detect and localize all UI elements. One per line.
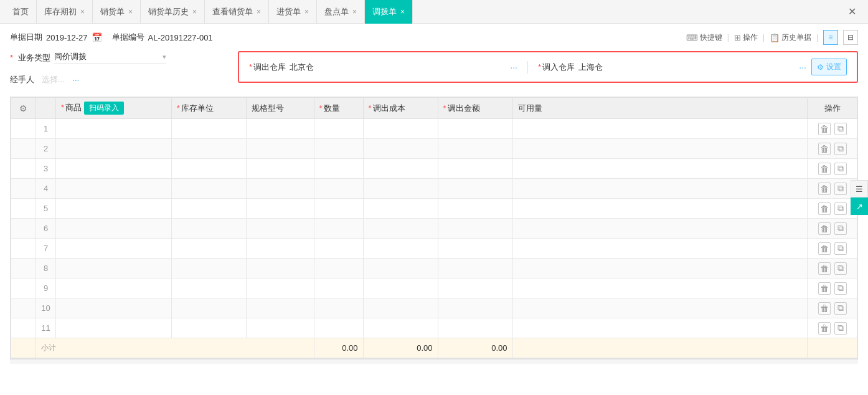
handler-more[interactable]: ··· bbox=[72, 75, 80, 85]
layout-btn-list[interactable]: ≡ bbox=[823, 30, 838, 45]
delete-icon-7[interactable]: 🗑 bbox=[818, 242, 831, 255]
tab-transfer-order-close[interactable]: × bbox=[400, 8, 405, 16]
date-label: 单据日期 bbox=[10, 32, 42, 43]
tab-purchase-order[interactable]: 进货单 × bbox=[269, 0, 317, 24]
tab-home[interactable]: 首页 bbox=[5, 0, 37, 24]
copy-icon-8[interactable]: ⧉ bbox=[834, 262, 847, 275]
delete-icon-9[interactable]: 🗑 bbox=[818, 282, 831, 295]
table-header-row: ⚙ *商品 扫码录入 *库存单位 规格型号 *数量 *调出成本 bbox=[11, 98, 857, 119]
side-list-btn[interactable]: ☰ bbox=[851, 180, 868, 198]
table-row: 1 🗑 ⧉ bbox=[11, 119, 857, 139]
scroll-row[interactable] bbox=[10, 359, 858, 364]
settings-button[interactable]: ⚙ 设置 bbox=[811, 59, 847, 75]
table-row: 3 🗑⧉ bbox=[11, 159, 857, 179]
warehouse-divider bbox=[527, 61, 528, 74]
td-spec-2[interactable] bbox=[246, 139, 314, 159]
warehouse-out-more[interactable]: ··· bbox=[510, 62, 517, 72]
side-buttons: ☰ ↗ bbox=[851, 180, 868, 215]
th-operation: 操作 bbox=[808, 98, 857, 119]
copy-icon-9[interactable]: ⧉ bbox=[834, 282, 847, 295]
tab-inventory-count-close[interactable]: × bbox=[352, 8, 357, 16]
handler-placeholder[interactable]: 选择... bbox=[42, 74, 65, 85]
tab-sales-history[interactable]: 销货单历史 × bbox=[141, 0, 205, 24]
delete-icon-3[interactable]: 🗑 bbox=[818, 163, 831, 175]
warehouse-out-value[interactable]: 北京仓 bbox=[290, 62, 505, 73]
scan-button[interactable]: 扫码录入 bbox=[84, 102, 124, 115]
delete-icon-1[interactable]: 🗑 bbox=[818, 123, 831, 135]
delete-icon-2[interactable]: 🗑 bbox=[818, 143, 831, 155]
copy-icon-7[interactable]: ⧉ bbox=[834, 242, 847, 255]
shortcut-icon: ⌨ bbox=[686, 33, 698, 42]
td-amount-1[interactable] bbox=[438, 119, 512, 139]
date-value[interactable]: 2019-12-27 bbox=[46, 33, 88, 42]
td-cost-1[interactable] bbox=[363, 119, 438, 139]
td-unit-1[interactable] bbox=[171, 119, 246, 139]
delete-icon-10[interactable]: 🗑 bbox=[818, 302, 831, 315]
warehouse-in-value[interactable]: 上海仓 bbox=[578, 62, 794, 73]
table-row: 6 🗑⧉ bbox=[11, 219, 857, 239]
copy-icon-2[interactable]: ⧉ bbox=[834, 143, 847, 155]
td-spec-1[interactable] bbox=[246, 119, 314, 139]
delete-icon-11[interactable]: 🗑 bbox=[818, 322, 831, 335]
tab-sales-order[interactable]: 销货单 × bbox=[93, 0, 141, 24]
tab-view-sales-close[interactable]: × bbox=[257, 8, 261, 16]
td-unit-2[interactable] bbox=[171, 139, 246, 159]
tab-view-sales[interactable]: 查看销货单 × bbox=[205, 0, 269, 24]
tab-inventory-init-label: 库存期初 bbox=[44, 6, 77, 17]
th-product: *商品 扫码录入 bbox=[56, 98, 172, 119]
copy-icon-6[interactable]: ⧉ bbox=[834, 222, 847, 235]
tab-inventory-count[interactable]: 盘点单 × bbox=[317, 0, 365, 24]
delete-icon-8[interactable]: 🗑 bbox=[818, 262, 831, 275]
table-row: 10 🗑⧉ bbox=[11, 298, 857, 318]
business-type-select[interactable]: 同价调拨 ▾ bbox=[54, 51, 166, 64]
form-container: * 业务类型 同价调拨 ▾ 经手人 选择... ··· bbox=[10, 51, 858, 90]
copy-icon-10[interactable]: ⧉ bbox=[834, 302, 847, 315]
history-btn[interactable]: 📋 历史单据 bbox=[770, 32, 811, 43]
td-avail-2 bbox=[512, 139, 807, 159]
warehouse-in-field: * 调入仓库 上海仓 ··· bbox=[538, 62, 806, 73]
tab-inventory-init-close[interactable]: × bbox=[80, 8, 85, 16]
tab-inventory-init[interactable]: 库存期初 × bbox=[37, 0, 93, 24]
td-qty-2[interactable] bbox=[314, 139, 363, 159]
gear-icon[interactable]: ⚙ bbox=[19, 103, 27, 113]
header-left: 单据日期 2019-12-27 📅 单据编号 AL-20191227-001 bbox=[10, 32, 213, 43]
side-list-icon: ☰ bbox=[856, 184, 863, 194]
td-action-2: 🗑 ⧉ bbox=[808, 139, 857, 159]
delete-icon-4[interactable]: 🗑 bbox=[818, 183, 831, 195]
side-export-btn[interactable]: ↗ bbox=[851, 198, 868, 215]
side-export-icon: ↗ bbox=[856, 202, 863, 211]
layout-btn-grid[interactable]: ⊟ bbox=[843, 30, 858, 45]
window-close-button[interactable]: ✕ bbox=[841, 0, 863, 24]
tab-sales-order-close[interactable]: × bbox=[128, 8, 133, 16]
tab-purchase-order-close[interactable]: × bbox=[304, 8, 309, 16]
shortcut-btn[interactable]: ⌨ 快捷键 bbox=[686, 32, 722, 43]
left-form: * 业务类型 同价调拨 ▾ 经手人 选择... ··· bbox=[10, 51, 222, 90]
operation-btn[interactable]: ⊞ 操作 bbox=[734, 32, 758, 43]
subtotal-label: 小计 bbox=[36, 338, 314, 358]
tab-sales-order-label: 销货单 bbox=[100, 6, 125, 17]
calendar-icon[interactable]: 📅 bbox=[92, 32, 102, 42]
delete-icon-5[interactable]: 🗑 bbox=[818, 202, 831, 215]
td-amount-2[interactable] bbox=[438, 139, 512, 159]
td-product-2[interactable] bbox=[56, 139, 172, 159]
th-settings[interactable]: ⚙ bbox=[11, 98, 36, 119]
tab-transfer-order[interactable]: 调拨单 × bbox=[365, 0, 413, 24]
td-qty-1[interactable] bbox=[314, 119, 363, 139]
business-type-value: 同价调拨 bbox=[54, 51, 163, 62]
subtotal-row: 小计 0.00 0.00 0.00 bbox=[11, 338, 857, 358]
subtotal-amount: 0.00 bbox=[438, 338, 512, 358]
copy-icon-4[interactable]: ⧉ bbox=[834, 183, 847, 195]
copy-icon-1[interactable]: ⧉ bbox=[834, 123, 847, 135]
table-row: 4 🗑⧉ bbox=[11, 179, 857, 199]
table-row: 11 🗑⧉ bbox=[11, 318, 857, 338]
main-table: ⚙ *商品 扫码录入 *库存单位 规格型号 *数量 *调出成本 bbox=[11, 97, 857, 358]
warehouse-in-more[interactable]: ··· bbox=[799, 62, 806, 72]
tab-home-label: 首页 bbox=[12, 6, 29, 17]
tab-sales-history-close[interactable]: × bbox=[192, 8, 197, 16]
td-cost-2[interactable] bbox=[363, 139, 438, 159]
delete-icon-6[interactable]: 🗑 bbox=[818, 222, 831, 235]
copy-icon-5[interactable]: ⧉ bbox=[834, 202, 847, 215]
copy-icon-11[interactable]: ⧉ bbox=[834, 322, 847, 335]
td-product-1[interactable] bbox=[56, 119, 172, 139]
copy-icon-3[interactable]: ⧉ bbox=[834, 163, 847, 175]
